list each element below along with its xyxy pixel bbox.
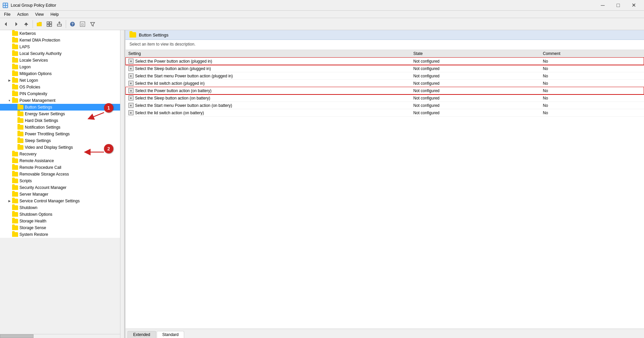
menu-action[interactable]: Action	[14, 11, 31, 17]
tree-item-server-manager[interactable]: Server Manager	[0, 191, 124, 198]
tree-expand-scripts	[7, 178, 12, 184]
table-row[interactable]: ≡Select the Power button action (on batt…	[126, 87, 644, 94]
table-row[interactable]: ≡Select the lid switch action (on batter…	[126, 109, 644, 117]
tree-item-service-control[interactable]: ▶ Service Control Manager Settings	[0, 198, 124, 204]
tree-item-shutdown-options[interactable]: Shutdown Options	[0, 211, 124, 218]
tree-panel-wrapper: Kerberos Kernel DMA Protection LAPS Loca…	[0, 30, 124, 338]
folder-icon-button-settings	[17, 105, 23, 110]
tree-scrollbar[interactable]	[120, 30, 124, 338]
col-header-comment[interactable]: Comment	[540, 50, 644, 58]
tree-expand-power-throttling	[12, 131, 17, 137]
folder-icon-shutdown	[12, 205, 18, 210]
back-button[interactable]	[1, 19, 11, 29]
tree-item-logon[interactable]: Logon	[0, 64, 124, 70]
table-row[interactable]: ≡Select the Sleep button action (on batt…	[126, 94, 644, 102]
folder-icon-remote-assistance	[12, 158, 18, 163]
table-row[interactable]: ≡Select the Sleep button action (plugged…	[126, 65, 644, 72]
tree-item-storage-sense[interactable]: Storage Sense	[0, 224, 124, 231]
tree-item-shutdown[interactable]: Shutdown	[0, 204, 124, 211]
folder-icon-kerberos	[12, 31, 18, 36]
folder-icon-service-control	[12, 199, 18, 203]
tree-item-mitigation-options[interactable]: Mitigation Options	[0, 70, 124, 77]
tree-item-remote-assistance[interactable]: Remote Assistance	[0, 157, 124, 164]
table-header-row: Setting State Comment	[126, 50, 644, 58]
folder-icon-locale-services	[12, 58, 18, 63]
tree-item-scripts[interactable]: Scripts	[0, 178, 124, 184]
tab-extended[interactable]: Extended	[127, 331, 156, 338]
cell-comment: No	[540, 58, 644, 65]
setting-label: Select the Power button action (on batte…	[135, 88, 211, 93]
policy-icon: ≡	[128, 81, 133, 86]
tree-item-power-management[interactable]: ▼ Power Management	[0, 97, 124, 104]
cell-state: Not configured	[411, 58, 540, 65]
bottom-tabs: Extended Standard	[125, 329, 644, 338]
tab-standard[interactable]: Standard	[157, 331, 184, 338]
tree-label-sleep-settings: Sleep Settings	[25, 138, 51, 143]
export-button[interactable]	[55, 19, 64, 29]
tree-expand-logon	[7, 64, 12, 70]
app-icon	[3, 3, 8, 8]
table-row[interactable]: ≡Select the Start menu Power button acti…	[126, 102, 644, 109]
tree-label-server-manager: Server Manager	[19, 192, 48, 197]
col-header-setting[interactable]: Setting	[126, 50, 411, 58]
cell-state: Not configured	[411, 109, 540, 117]
setting-label: Select the Sleep button action (on batte…	[135, 96, 210, 100]
tree-item-recovery[interactable]: Recovery	[0, 151, 124, 157]
policy-icon: ≡	[128, 95, 133, 100]
table-container: Setting State Comment ≡Select the Power …	[125, 50, 644, 329]
tree-item-remote-procedure[interactable]: Remote Procedure Call	[0, 164, 124, 171]
tree-item-button-settings[interactable]: Button Settings	[0, 104, 124, 111]
folder-button[interactable]	[35, 19, 44, 29]
toolbar: ? ⊡	[0, 18, 644, 30]
menu-view[interactable]: View	[33, 11, 47, 17]
tree-item-power-throttling[interactable]: Power Throttling Settings	[0, 131, 124, 137]
tree-item-sleep-settings[interactable]: Sleep Settings	[0, 137, 124, 144]
tree-item-kernel-dma[interactable]: Kernel DMA Protection	[0, 37, 124, 44]
tree-item-pin-complexity[interactable]: PIN Complexity	[0, 90, 124, 97]
tree-item-system-restore[interactable]: System Restore	[0, 231, 124, 238]
tree-item-os-policies[interactable]: OS Policies	[0, 84, 124, 90]
help2-button[interactable]: ⊡	[78, 19, 87, 29]
forward-button[interactable]	[11, 19, 21, 29]
tree-item-hard-disk[interactable]: Hard Disk Settings	[0, 117, 124, 124]
tree-label-storage-sense: Storage Sense	[19, 225, 46, 230]
tree-item-net-logon[interactable]: ▶ Net Logon	[0, 77, 39, 84]
up-button[interactable]	[21, 19, 31, 29]
filter-button[interactable]	[88, 19, 97, 29]
tree-item-removable-storage[interactable]: Removable Storage Access	[0, 171, 124, 178]
tree-item-local-security[interactable]: Local Security Authority	[0, 50, 124, 57]
col-header-state[interactable]: State	[411, 50, 540, 58]
minimize-button[interactable]: ─	[595, 0, 610, 11]
tree-item-storage-health[interactable]: Storage Health	[0, 218, 124, 224]
tree-item-video-display[interactable]: Video and Display Settings	[0, 144, 124, 151]
tree-item-energy-saver[interactable]: Energy Saver Settings	[0, 111, 124, 117]
tree-expand-storage-health	[7, 218, 12, 224]
folder-icon-power-throttling	[17, 132, 23, 136]
folder-icon-video-display	[17, 145, 23, 150]
tree-hscrollbar[interactable]	[0, 334, 120, 338]
folder-icon-shutdown-options	[12, 212, 18, 217]
help-button[interactable]: ?	[68, 19, 77, 29]
tree-item-laps[interactable]: LAPS	[0, 44, 124, 50]
tree-expand-storage-sense	[7, 225, 12, 230]
tree-item-kerberos[interactable]: Kerberos	[0, 30, 124, 37]
tree-label-scripts: Scripts	[19, 179, 32, 183]
svg-rect-0	[3, 3, 5, 5]
cell-state: Not configured	[411, 65, 540, 72]
close-button[interactable]: ✕	[626, 0, 641, 11]
menu-help[interactable]: Help	[48, 11, 62, 17]
toggle-button[interactable]	[45, 19, 54, 29]
toolbar-separator-2	[66, 20, 66, 28]
tree-item-notification-settings[interactable]: Notification Settings	[0, 124, 124, 131]
maximize-button[interactable]: □	[610, 0, 626, 11]
tree-item-locale-services[interactable]: Locale Services	[0, 57, 124, 64]
table-row[interactable]: ≡Select the Start menu Power button acti…	[126, 72, 644, 80]
svg-rect-3	[6, 6, 7, 7]
table-row[interactable]: ≡Select the lid switch action (plugged i…	[126, 80, 644, 87]
tree-item-security-account[interactable]: Security Account Manager	[0, 184, 124, 191]
table-row[interactable]: ≡Select the Power button action (plugged…	[126, 58, 644, 65]
menu-file[interactable]: File	[1, 11, 13, 17]
tree-expand-removable-storage	[7, 172, 12, 177]
cell-state: Not configured	[411, 87, 540, 94]
tree-label-pin-complexity: PIN Complexity	[19, 91, 47, 96]
